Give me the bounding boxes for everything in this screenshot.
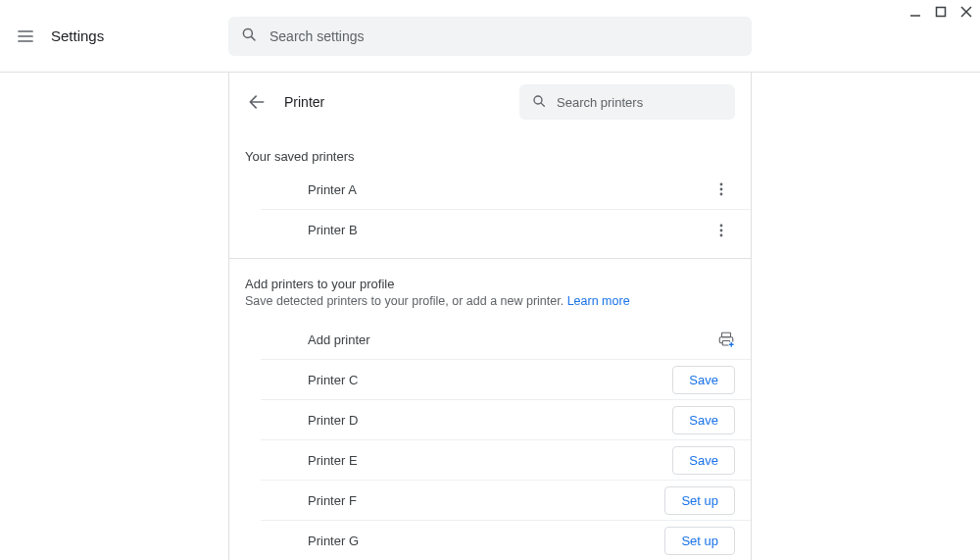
svg-point-12: [720, 229, 723, 231]
setup-button[interactable]: Set up: [664, 527, 735, 555]
search-icon: [240, 25, 258, 46]
printer-name: Printer C: [308, 373, 672, 387]
printer-name: Printer E: [308, 453, 672, 468]
app-header: Settings: [0, 0, 980, 73]
hamburger-menu-icon[interactable]: [16, 26, 35, 46]
saved-printer-row: Printer A: [261, 170, 751, 210]
detected-printer-row: Printer F Set up: [261, 481, 751, 521]
svg-rect-14: [722, 332, 731, 337]
search-icon: [531, 93, 547, 112]
add-printer-row[interactable]: Add printer: [261, 320, 751, 360]
more-vert-icon[interactable]: [708, 176, 735, 203]
add-printer-label: Add printer: [308, 332, 717, 347]
printer-name: Printer B: [308, 223, 708, 237]
svg-line-7: [541, 103, 544, 106]
add-printer-icon: [717, 331, 735, 348]
detected-printer-row: Printer G Set up: [261, 521, 751, 560]
svg-point-9: [720, 188, 723, 191]
more-vert-icon[interactable]: [708, 217, 735, 244]
add-section-subtitle: Save detected printers to your profile, …: [245, 294, 735, 308]
svg-point-8: [720, 183, 723, 186]
save-button[interactable]: Save: [672, 366, 735, 394]
detected-printer-row: Printer E Save: [261, 440, 751, 481]
back-button[interactable]: [245, 90, 269, 114]
printer-name: Printer G: [308, 534, 664, 548]
setup-button[interactable]: Set up: [664, 486, 735, 515]
detected-printer-row: Printer C Save: [261, 360, 751, 400]
printer-name: Printer F: [308, 493, 664, 508]
printer-settings-panel: Printer Your saved printers Printer A Pr…: [228, 73, 752, 560]
saved-printers-label: Your saved printers: [229, 131, 751, 170]
app-title: Settings: [51, 27, 104, 44]
learn-more-link[interactable]: Learn more: [567, 294, 630, 308]
page-title: Printer: [284, 94, 324, 110]
save-button[interactable]: Save: [672, 406, 735, 434]
svg-point-13: [720, 233, 723, 236]
settings-search-input[interactable]: [270, 28, 740, 44]
printer-name: Printer A: [308, 182, 708, 197]
save-button[interactable]: Save: [672, 446, 735, 475]
printer-name: Printer D: [308, 413, 672, 428]
saved-printer-row: Printer B: [261, 210, 751, 250]
printer-search-input[interactable]: [557, 95, 723, 110]
printer-search[interactable]: [519, 84, 735, 120]
svg-point-10: [720, 193, 723, 196]
svg-point-11: [720, 224, 723, 227]
add-section-title: Add printers to your profile: [245, 277, 735, 291]
settings-search[interactable]: [228, 17, 752, 56]
svg-line-5: [251, 36, 255, 40]
detected-printer-row: Printer D Save: [261, 400, 751, 440]
